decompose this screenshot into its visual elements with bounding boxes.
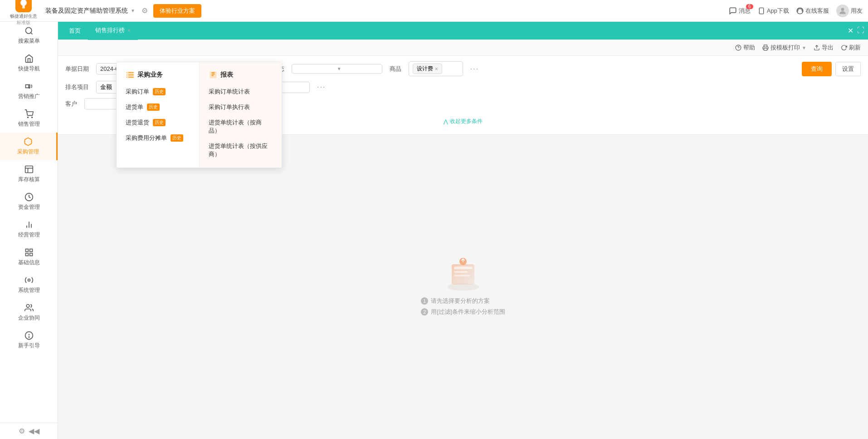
purchase-order-stats-label: 采购订单统计表 [209,88,250,96]
goods-tag-close[interactable]: × [435,66,438,72]
main-layout: 搜索菜单 快捷导航 营销推广 销售管理 采购管理 库存核算 [0,22,868,439]
salesperson-more-btn[interactable]: ··· [317,83,326,91]
svg-rect-31 [454,275,470,276]
purchase-icon [24,137,33,146]
system-title-text: 装备及固定资产辅助管理系统 [45,7,128,15]
print-dropdown-arrow[interactable]: ▼ [802,45,806,50]
tip-number-2: 2 [421,308,428,316]
date-label: 单据日期 [65,65,89,73]
settings-button[interactable]: 设置 [835,62,861,76]
system-dropdown-arrow[interactable]: ▼ [131,8,135,13]
report-menu-section: 报表 采购订单统计表 采购订单执行表 进货单统计表（按商品） 进货单统计表（按供 [199,62,282,168]
sidebar-item-enterprise[interactable]: 企业协同 [0,299,58,326]
user-menu[interactable]: 用友 [836,5,863,17]
print-icon [762,44,769,51]
sidebar-item-marketing[interactable]: 营销推广 [0,77,58,105]
sidebar-item-search[interactable]: 搜索菜单 [0,22,58,49]
sidebar-item-quick-nav[interactable]: 快捷导航 [0,49,58,77]
settings-bottom-icon[interactable]: ⚙ [19,427,25,435]
help-icon [735,44,741,51]
svg-rect-29 [454,266,472,269]
refresh-label: 刷新 [849,44,861,52]
sidebar-label-enterprise: 企业协同 [18,314,40,322]
settings-gear-icon[interactable]: ⚙ [141,6,148,15]
sidebar-label-quick-nav: 快捷导航 [18,65,40,73]
svg-rect-18 [29,253,32,256]
goods-return-label: 进货退货 [126,118,149,127]
app-download-button[interactable]: App下载 [758,7,789,15]
purchase-section-title: 采购业务 [117,68,199,84]
menu-item-purchase-order[interactable]: 采购订单 历史 [117,84,199,99]
empty-illustration [440,255,486,291]
goods-tag: 设计费 × [413,64,442,74]
tab-close-window-icon[interactable]: ✕ [848,26,853,35]
sidebar-item-inventory[interactable]: 库存核算 [0,160,58,188]
menu-item-goods-return[interactable]: 进货退货 历史 [117,115,199,130]
help-button[interactable]: 帮助 [735,44,755,52]
query-button[interactable]: 查询 [802,62,832,76]
tab-close-icon[interactable]: × [127,27,131,34]
enterprise-icon [24,303,34,312]
menu-item-purchase-order-stats[interactable]: 采购订单统计表 [200,84,282,99]
money-icon [24,192,34,202]
sidebar-label-purchase: 采购管理 [17,148,39,156]
goods-more-btn[interactable]: ··· [470,65,479,73]
export-icon [814,44,820,51]
menu-item-purchase-order-exec[interactable]: 采购订单执行表 [200,99,282,115]
sidebar-item-system[interactable]: 系统管理 [0,271,58,299]
logo-area: 畅捷通好生意 标准版 [5,0,42,26]
search-icon [24,26,34,35]
tab-bar-right: ✕ ⛶ [848,26,864,35]
svg-rect-16 [29,249,32,252]
purchase-order-exec-label: 采购订单执行表 [209,103,250,111]
trial-button[interactable]: 体验行业方案 [153,4,201,18]
help-label: 帮助 [743,44,755,52]
goods-tag-text: 设计费 [417,65,433,73]
sidebar-label-finance: 资金管理 [18,203,40,211]
sidebar-item-operations[interactable]: 经营管理 [0,216,58,243]
menu-item-purchase-expense[interactable]: 采购费用分摊单 历史 [117,130,199,146]
message-icon [729,7,737,15]
megaphone-icon [24,82,34,91]
sidebar-item-basics[interactable]: 基础信息 [0,243,58,271]
sidebar-item-finance[interactable]: 资金管理 [0,188,58,216]
tab-maximize-icon[interactable]: ⛶ [857,26,864,35]
sidebar-item-guide[interactable]: 新手引导 [0,326,58,354]
menu-item-goods-stats-by-supplier[interactable]: 进货单统计表（按供应商） [200,138,282,162]
print-button[interactable]: 按模板打印 ▼ [762,44,806,52]
purchase-expense-label: 采购费用分摊单 [126,134,167,142]
grid-icon [24,248,34,257]
export-button[interactable]: 导出 [814,44,834,52]
tab-sales-rank[interactable]: 销售排行榜 × [88,22,138,40]
chart-icon [24,220,34,229]
goods-receipt-label: 进货单 [126,103,143,111]
collapse-sidebar-icon[interactable]: ◀◀ [29,427,39,435]
online-service-button[interactable]: 在线客服 [796,7,829,15]
sidebar-item-purchase[interactable]: 采购管理 [0,133,58,160]
menu-item-goods-stats-by-product[interactable]: 进货单统计表（按商品） [200,115,282,138]
sidebar-item-sales[interactable]: 销售管理 [0,105,58,133]
sidebar-label-basics: 基础信息 [18,259,40,266]
goods-input[interactable]: 设计费 × [409,61,463,76]
tip-text-1: 请先选择要分析的方案 [431,297,490,305]
top-right-actions: 消息 6 App下载 在线客服 用友 [729,5,863,17]
history-badge-3: 历史 [153,119,166,126]
main-content: 1 请先选择要分析的方案 2 用[过滤]条件来缩小分析范围 [58,135,868,439]
customer-label: 客户 [65,100,77,108]
logo-text: 畅捷通好生意 [10,13,37,20]
history-badge-2: 历史 [147,104,160,111]
print-label: 按模板打印 [770,44,800,52]
rank-label: 排名项目 [65,83,89,91]
refresh-button[interactable]: 刷新 [841,44,861,52]
doc-status-select[interactable]: ▼ [292,64,382,74]
sidebar-label-operations: 经营管理 [18,231,40,239]
svg-rect-8 [25,166,33,173]
tab-home[interactable]: 首页 [62,22,88,40]
menu-item-goods-receipt[interactable]: 进货单 历史 [117,99,199,115]
messages-button[interactable]: 消息 6 [729,7,751,15]
empty-tip-2: 2 用[过滤]条件来缩小分析范围 [421,308,505,316]
home-icon [24,54,34,63]
report-section-title-text: 报表 [220,71,233,79]
guide-icon [24,331,34,340]
svg-rect-17 [25,253,28,256]
